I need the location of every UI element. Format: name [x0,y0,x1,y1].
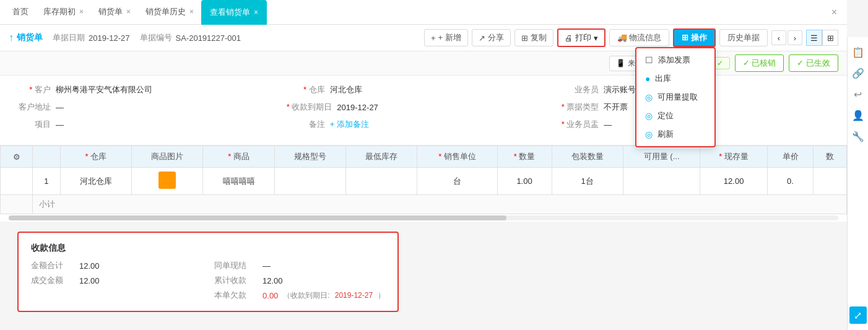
view-toggle: ☰ ⊞ [806,30,838,46]
ticket-type-value: 不开票 [604,102,628,113]
doc-number-label: 单据编号 [140,32,172,43]
history-button[interactable]: 历史单据 [719,29,768,46]
tab-bar: 首页 库存期初 × 销货单 × 销货单历史 × 查看销货单 × × [0,0,847,25]
add-button[interactable]: + + 新增 [424,29,468,46]
add-icon: + [431,33,436,43]
bottom-area: 收款信息 金额合计 12.00 同单现结 — 成交金额 12.00 累计收款 1… [0,222,847,322]
staff2-label: 业务员盂 [560,119,604,130]
address-value: — [56,103,64,112]
deal-amount-row: 成交金额 12.00 [31,275,202,286]
sidebar-link-icon[interactable]: 🔗 [849,64,867,82]
staff-value: 演示账号 [604,84,636,95]
row-sales-unit: 台 [417,168,497,195]
dropdown-refresh[interactable]: ◎ 刷新 [636,125,714,144]
tab-inventory-init[interactable]: 库存期初 × [36,0,91,25]
tab-sales-order[interactable]: 销货单 × [91,0,138,25]
doc-header: ↑ 销货单 单据日期 2019-12-27 单据编号 SA-20191227-0… [0,25,847,51]
tab-sales-history-close[interactable]: × [189,7,194,16]
tab-inventory-init-close[interactable]: × [79,7,84,16]
project-label: 项目 [12,119,56,130]
row-min-stock [346,168,417,195]
min-stock-col-header: 最低库存 [346,146,417,168]
nav-arrows: ‹ › [771,30,802,45]
add-note-button[interactable]: + 添加备注 [330,119,369,130]
cumulative-payment-label: 累计收款 [214,275,258,286]
dropdown-locate[interactable]: ◎ 定位 [636,106,714,125]
print-button[interactable]: 🖨 打印 ▾ [557,28,605,47]
warehouse-value: 河北仓库 [330,84,362,95]
customer-field: 客户 柳州粤港平安气体有限公司 [12,84,287,95]
seq-col-header [33,146,61,168]
app-close-button[interactable]: × [827,7,842,18]
row-more [814,168,847,195]
print-icon: 🖨 [565,33,573,43]
list-view-button[interactable]: ☰ [806,30,822,46]
next-button[interactable]: › [788,30,802,45]
logistics-icon: 🚚 [617,33,627,42]
subtotal-row: 小计 [1,195,847,214]
prev-button[interactable]: ‹ [771,30,786,45]
dropdown-add-invoice[interactable]: ☐ 添加发票 [636,51,714,69]
logistics-button[interactable]: 🚚 物流信息 [609,29,670,46]
tab-home[interactable]: 首页 [5,0,36,25]
dropdown-available-qty[interactable]: ◎ 可用量提取 [636,88,714,106]
overdue-date: 2019-12-27 [335,291,373,300]
payment-date-field: 收款到期日 2019-12-27 [287,102,561,113]
copy-icon: ⊞ [521,33,528,43]
deal-amount-value: 12.00 [79,276,100,285]
row-spec [274,168,345,195]
sidebar-expand-icon[interactable]: ⤢ [849,306,867,322]
address-field: 客户地址 — [12,102,287,113]
refresh-icon: ◎ [645,129,653,139]
sidebar-return-icon[interactable]: ↩ [849,85,867,103]
doc-type-badge: ↑ 销货单 [9,32,43,43]
share-button[interactable]: ↗ 分享 [472,29,511,46]
overdue-label: 本单欠款 [214,290,258,301]
doc-date-field: 单据日期 2019-12-27 [53,32,130,43]
due-payment-row [31,290,202,301]
product-image [158,172,176,189]
sidebar-tools-icon[interactable]: 🔧 [849,128,867,145]
table-row: 1 河北仓库 嘻嘻嘻嘻 台 1.00 1台 12.00 0. [1,168,847,195]
row-stock: 12.00 [700,168,768,195]
ticket-type-label: 票据类型 [560,102,604,113]
settings-col-header[interactable]: ⚙ [1,146,33,168]
copy-button[interactable]: ⊞ 复制 [514,29,553,46]
pkg-qty-col-header: 包装数量 [552,146,623,168]
tab-sales-order-close[interactable]: × [126,7,131,16]
more-col-header: 数 [814,146,847,168]
tab-sales-history[interactable]: 销货单历史 × [138,0,201,25]
payment-info-title: 收款信息 [31,243,385,254]
dropdown-outbound[interactable]: ● 出库 [636,69,714,88]
grid-view-button[interactable]: ⊞ [822,30,838,46]
stock-col-header: * 现存量 [700,146,768,168]
tab-view-sales[interactable]: 查看销货单 × [201,0,267,25]
table-header-row: ⚙ * 仓库 商品图片 * 商品 规格型号 最低库存 * 销售单位 * 数量 包… [1,146,847,168]
row-pkg-qty: 1台 [552,168,623,195]
doc-number-field: 单据编号 SA-20191227-001 [140,32,241,43]
sold-button[interactable]: ✓ 已核销 [735,54,784,72]
row-quantity: 1.00 [497,168,552,195]
operate-icon: ⊞ [682,33,688,42]
doc-type-label: 销货单 [17,32,43,43]
settlement-row: 同单现结 — [214,260,385,271]
operate-button[interactable]: ⊞ 操作 [673,28,716,47]
check-icon: ✓ [743,58,750,67]
total-amount-value: 12.00 [79,261,100,271]
sidebar-user-icon[interactable]: 👤 [849,106,867,124]
print-dropdown-arrow: ▾ [594,33,598,43]
tab-view-sales-close[interactable]: × [254,8,258,17]
available-qty-icon: ◎ [645,92,653,102]
row-image [132,168,203,195]
row-avail [623,168,700,195]
horizontal-scrollbar[interactable] [9,215,838,220]
scrollbar-thumb[interactable] [9,215,506,220]
table-wrapper: ⚙ * 仓库 商品图片 * 商品 规格型号 最低库存 * 销售单位 * 数量 包… [0,145,847,222]
effect-button[interactable]: ✓ 已生效 [789,54,838,72]
sidebar-doc-icon[interactable]: 📋 [849,43,867,61]
warehouse-label: 仓库 [287,84,330,95]
add-invoice-icon: ☐ [645,55,653,65]
doc-type-icon: ↑ [9,32,14,43]
row-seq: 1 [33,168,61,195]
subtotal-settings [1,195,33,214]
